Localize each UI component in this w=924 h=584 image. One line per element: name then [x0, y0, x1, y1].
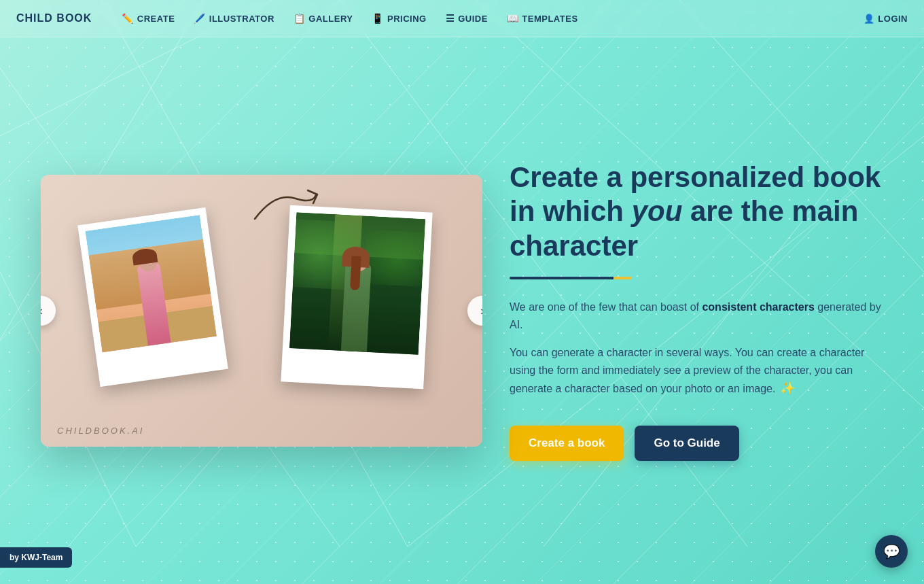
- nav-links: ✏️ CREATE 🖊️ ILLUSTRATOR 📋 GALLERY 📱 PRI…: [113, 9, 864, 28]
- desc1-bold: consistent characters: [702, 301, 814, 313]
- go-to-guide-button[interactable]: Go to Guide: [635, 426, 739, 461]
- hero-description-1: We are one of the few that can boast of …: [510, 298, 883, 333]
- nav-link-create[interactable]: ✏️ CREATE: [113, 9, 183, 28]
- nav-link-illustrator-label: ILLUSTRATOR: [209, 14, 274, 24]
- hero-section: ‹ › CHILDBOOK.AI Create a personalized b…: [0, 37, 924, 584]
- chat-widget[interactable]: 💬: [875, 535, 908, 568]
- templates-icon: 📖: [507, 13, 519, 24]
- login-icon: 👤: [864, 14, 875, 24]
- sparkle-icon: ✨: [780, 379, 795, 398]
- login-button[interactable]: 👤 LOGIN: [864, 14, 908, 24]
- nav-link-illustrator[interactable]: 🖊️ ILLUSTRATOR: [185, 9, 283, 28]
- navbar: CHILD BOOK ✏️ CREATE 🖊️ ILLUSTRATOR 📋 GA…: [0, 0, 924, 37]
- hero-content: Create a personalized book in which you …: [510, 147, 883, 475]
- create-book-button[interactable]: Create a book: [510, 426, 624, 461]
- illustrator-icon: 🖊️: [194, 13, 206, 24]
- hero-title-italic: you: [632, 195, 683, 227]
- chat-icon: 💬: [883, 543, 900, 560]
- polaroid-before: [77, 207, 228, 387]
- pricing-icon: 📱: [372, 13, 384, 24]
- nav-link-gallery[interactable]: 📋 GALLERY: [285, 9, 361, 28]
- next-icon: ›: [480, 304, 482, 318]
- nav-link-gallery-label: GALLERY: [308, 14, 353, 24]
- arrow-decoration: [248, 185, 330, 226]
- photo-after: [289, 212, 425, 355]
- hero-title: Create a personalized book in which you …: [510, 160, 883, 263]
- nav-link-pricing[interactable]: 📱 PRICING: [363, 9, 434, 28]
- hero-buttons: Create a book Go to Guide: [510, 426, 883, 461]
- nav-link-guide-label: GUIDE: [458, 14, 488, 24]
- desc2-text: You can generate a character in several …: [510, 347, 864, 394]
- prev-icon: ‹: [41, 304, 43, 318]
- nav-link-create-label: CREATE: [137, 14, 175, 24]
- polaroid-after-inner: [289, 212, 425, 368]
- nav-link-templates[interactable]: 📖 TEMPLATES: [499, 9, 586, 28]
- desc1-prefix: We are one of the few that can boast of: [510, 301, 702, 313]
- hero-description-2: You can generate a character in several …: [510, 344, 883, 398]
- create-icon: ✏️: [122, 13, 134, 24]
- gallery-icon: 📋: [294, 13, 306, 24]
- nav-link-pricing-label: PRICING: [387, 14, 427, 24]
- watermark-text: CHILDBOOK.AI: [57, 426, 144, 436]
- guide-icon: ☰: [446, 13, 455, 24]
- polaroid-before-inner: [86, 215, 219, 366]
- login-label: LOGIN: [878, 14, 908, 24]
- polaroid-after: [281, 205, 432, 390]
- hero-image-panel: ‹ › CHILDBOOK.AI: [41, 175, 482, 447]
- photo-before: [86, 215, 217, 352]
- nav-link-guide[interactable]: ☰ GUIDE: [438, 9, 496, 28]
- nav-logo[interactable]: CHILD BOOK: [16, 12, 92, 24]
- title-underline: [510, 277, 632, 279]
- kwj-badge: by KWJ-Team: [0, 547, 72, 568]
- nav-link-templates-label: TEMPLATES: [522, 14, 578, 24]
